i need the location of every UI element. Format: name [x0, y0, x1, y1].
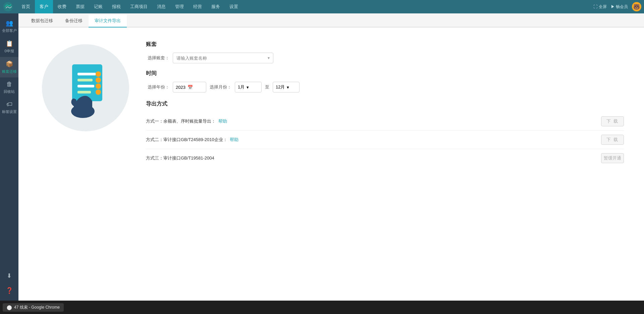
form-side: 账套 选择账套： ▾ 时间 选择年份： 2023 📅 — [139, 38, 631, 291]
nav-menu: 首页 客户 收费 票据 记账 报税 工商项目 消息 管理 经营 服务 设置 — [17, 0, 593, 13]
time-inputs: 2023 📅 选择月份： 1月 ▾ 至 12月 ▾ — [173, 82, 300, 92]
sidebar-help-button[interactable]: ❓ — [3, 285, 15, 297]
sidebar: 👥 全部客户 📋 0申报 📦 账套迁移 🗑 回收站 🏷 标签设置 ⬇ ❓ — [0, 13, 18, 301]
month-end-select[interactable]: 12月 ▾ — [273, 82, 300, 92]
sidebar-item-zero-declare[interactable]: 📋 0申报 — [0, 37, 18, 57]
method2-download-button[interactable]: 下 载 — [601, 135, 624, 145]
year-input[interactable]: 2023 📅 — [173, 82, 206, 92]
sidebar-item-recycle[interactable]: 🗑 回收站 — [0, 77, 18, 98]
account-migration-icon: 📦 — [6, 60, 13, 68]
month-start-select[interactable]: 1月 ▾ — [235, 82, 262, 92]
tab-data-migration[interactable]: 数据包迁移 — [25, 15, 59, 27]
export-method-3: 方式三：审计接口GB/T19581-2004 暂缓开通 — [146, 149, 624, 167]
fullscreen-button[interactable]: ⛶ 全屏 — [593, 4, 606, 10]
svg-rect-5 — [77, 91, 91, 93]
sidebar-label-recycle: 回收站 — [4, 89, 15, 94]
svg-point-6 — [96, 71, 101, 77]
year-label: 选择年份： — [146, 84, 169, 90]
taskbar-item-label: 47 线索 - Google Chrome — [14, 305, 60, 310]
sidebar-label-all-customers: 全部客户 — [2, 28, 17, 33]
app-logo — [3, 1, 13, 12]
nav-messages[interactable]: 消息 — [152, 0, 170, 13]
member-button[interactable]: ▶ 畅会员 — [611, 4, 628, 10]
svg-rect-1 — [72, 64, 102, 101]
nav-accounting[interactable]: 记账 — [89, 0, 107, 13]
chevron-down-icon-month-end: ▾ — [287, 85, 289, 90]
avatar[interactable]: 🐻 — [632, 2, 641, 11]
sidebar-label-zero-declare: 0申报 — [4, 49, 14, 54]
illustration-svg — [59, 54, 112, 121]
year-value: 2023 — [176, 85, 185, 90]
chrome-icon: ⬤ — [7, 305, 12, 310]
nav-invoices[interactable]: 票据 — [71, 0, 89, 13]
account-label: 选择账套： — [146, 55, 169, 61]
chevron-down-icon-month: ▾ — [247, 85, 249, 90]
method2-help-link[interactable]: 帮助 — [230, 137, 238, 142]
export-method-1: 方式一：余额表、序时账批量导出： 帮助 下 载 — [146, 112, 624, 131]
taskbar-chrome-item[interactable]: ⬤ 47 线索 - Google Chrome — [3, 303, 64, 312]
method1-help-link[interactable]: 帮助 — [218, 119, 227, 124]
month-end-value: 12月 — [276, 84, 285, 90]
nav-right-area: ⛶ 全屏 ▶ 畅会员 🐻 — [593, 2, 641, 11]
export-method-2: 方式二：审计接口GB/T24589-2010企业： 帮助 下 载 — [146, 131, 624, 149]
method2-text: 方式二：审计接口GB/T24589-2010企业： 帮助 — [146, 137, 601, 143]
nav-services[interactable]: 服务 — [207, 0, 225, 13]
nav-fees[interactable]: 收费 — [53, 0, 71, 13]
export-section-title: 导出方式 — [146, 101, 624, 108]
export-section: 导出方式 方式一：余额表、序时账批量导出： 帮助 下 载 方式二：审计接口GB/… — [146, 101, 624, 167]
method1-text: 方式一：余额表、序时账批量导出： 帮助 — [146, 118, 601, 124]
recycle-icon: 🗑 — [6, 81, 12, 88]
nav-management[interactable]: 管理 — [170, 0, 189, 13]
sidebar-download-button[interactable]: ⬇ — [3, 270, 15, 282]
account-input[interactable] — [176, 56, 268, 61]
calendar-icon: 📅 — [187, 85, 193, 90]
month-label: 选择月份： — [210, 84, 231, 90]
sidebar-item-all-customers[interactable]: 👥 全部客户 — [0, 16, 18, 37]
month-separator: 至 — [265, 84, 269, 90]
method1-download-button[interactable]: 下 载 — [601, 116, 624, 126]
svg-rect-3 — [77, 79, 93, 81]
all-customers-icon: 👥 — [6, 19, 13, 27]
content-area: 数据包迁移 备份迁移 审计文件导出 — [18, 13, 644, 301]
sidebar-item-account-migration[interactable]: 📦 账套迁移 — [0, 57, 18, 77]
svg-rect-4 — [77, 85, 94, 87]
tab-bar: 数据包迁移 备份迁移 审计文件导出 — [18, 13, 644, 27]
main-layout: 👥 全部客户 📋 0申报 📦 账套迁移 🗑 回收站 🏷 标签设置 ⬇ ❓ 数据包… — [0, 13, 644, 301]
sidebar-item-tag-settings[interactable]: 🏷 标签设置 — [0, 98, 18, 118]
method3-text: 方式三：审计接口GB/T19581-2004 — [146, 155, 601, 161]
illustration-side — [32, 38, 139, 291]
sidebar-label-tag-settings: 标签设置 — [2, 109, 17, 114]
tab-audit-export[interactable]: 审计文件导出 — [89, 15, 127, 27]
page-content: 账套 选择账套： ▾ 时间 选择年份： 2023 📅 — [18, 27, 644, 301]
nav-business[interactable]: 工商项目 — [125, 0, 152, 13]
chevron-down-icon: ▾ — [268, 56, 270, 60]
method3-soon-button[interactable]: 暂缓开通 — [601, 153, 624, 163]
svg-point-7 — [96, 77, 101, 83]
month-start-value: 1月 — [238, 84, 245, 90]
account-select[interactable]: ▾ — [173, 53, 273, 63]
top-navigation: 首页 客户 收费 票据 记账 报税 工商项目 消息 管理 经营 服务 设置 ⛶ … — [0, 0, 644, 13]
svg-rect-2 — [77, 73, 96, 75]
illustration-circle — [42, 44, 129, 131]
nav-operations[interactable]: 经营 — [189, 0, 207, 13]
taskbar: ⬤ 47 线索 - Google Chrome — [0, 301, 644, 314]
nav-customers[interactable]: 客户 — [35, 0, 53, 13]
svg-point-8 — [96, 83, 101, 89]
zero-declare-icon: 📋 — [6, 40, 13, 47]
tag-settings-icon: 🏷 — [6, 101, 12, 108]
nav-tax[interactable]: 报税 — [107, 0, 125, 13]
sidebar-label-account-migration: 账套迁移 — [2, 69, 17, 74]
svg-point-9 — [96, 89, 101, 95]
nav-settings[interactable]: 设置 — [225, 0, 243, 13]
tab-backup-migration[interactable]: 备份迁移 — [59, 15, 89, 27]
sidebar-bottom: ⬇ ❓ — [3, 270, 15, 301]
nav-home[interactable]: 首页 — [17, 0, 35, 13]
time-row: 选择年份： 2023 📅 选择月份： 1月 ▾ 至 12月 — [146, 82, 624, 92]
account-row: 选择账套： ▾ — [146, 53, 624, 63]
account-section-title: 账套 — [146, 41, 624, 48]
time-section-title: 时间 — [146, 70, 624, 77]
